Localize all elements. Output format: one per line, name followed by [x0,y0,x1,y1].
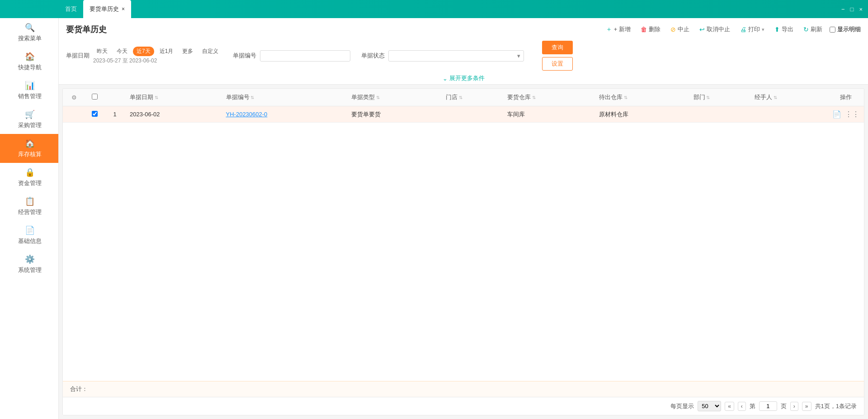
window-maximize[interactable]: □ [850,6,854,13]
expand-label: 展开更多条件 [449,74,485,82]
new-icon: ＋ [606,25,612,33]
col-checkbox-header [85,89,104,106]
quick-nav-icon: 🏠 [25,52,35,62]
row-bill-no-cell[interactable]: YH-20230602-0 [222,106,348,123]
col-store-header[interactable]: 门店 [442,89,504,106]
row-edit-icon[interactable]: 📄 [831,110,842,119]
footer-summary: 合计： [63,381,864,397]
row-more-icon[interactable]: ⋮⋮ [844,110,860,119]
date-range: 2023-05-27 至 2023-06-02 [93,57,222,65]
date-shortcut-custom[interactable]: 自定义 [198,47,222,56]
ops-icon: 📋 [25,196,35,206]
sidebar-item-label-basic-info: 基础信息 [18,237,42,245]
filter-actions: 查询 设置 [542,41,573,71]
filter-area: 单据日期 昨天 今天 近7天 近1月 更多 自定义 2023-05-27 至 2… [66,41,861,84]
col-num-header [104,89,126,106]
main-layout: 🔍 搜索菜单 🏠 快捷导航 📊 销售管理 🛒 采购管理 🏠 库存核算 🔒 资金管… [0,18,868,419]
prev-page-button[interactable]: ‹ [738,402,746,411]
table-row[interactable]: 1 2023-06-02 YH-20230602-0 要货单要货 车间库 原材料… [63,106,864,123]
last-page-button[interactable]: » [802,402,811,411]
date-shortcut-more[interactable]: 更多 [179,47,197,56]
data-table: ⚙ 单据日期 单据编号 单据类型 门店 要货仓库 待出仓库 [63,89,864,123]
new-button[interactable]: ＋ + 新增 [603,24,633,35]
date-shortcut-today[interactable]: 今天 [113,47,131,56]
row-pending-warehouse-cell: 原材料仓库 [595,106,690,123]
sidebar-item-label-purchase: 采购管理 [18,121,42,129]
per-page-select[interactable]: 50 10 20 100 [698,401,721,411]
top-bar: 首页 要货单历史 × − □ × [0,0,868,18]
purchase-icon: 🛒 [25,110,35,119]
sidebar-item-finance[interactable]: 🔒 资金管理 [0,163,58,192]
table-container: ⚙ 单据日期 单据编号 单据类型 门店 要货仓库 待出仓库 [62,88,864,415]
col-pending-warehouse-header[interactable]: 待出仓库 [595,89,690,106]
window-minimize[interactable]: − [841,6,845,13]
date-shortcut-yesterday[interactable]: 昨天 [93,47,111,56]
date-filter-label: 单据日期 [66,52,90,60]
finance-icon: 🔒 [25,167,35,177]
inventory-icon: 🏠 [25,138,35,148]
print-dropdown-icon[interactable]: ▾ [762,27,764,33]
row-checkbox[interactable] [92,111,98,117]
sidebar-item-search-menu[interactable]: 🔍 搜索菜单 [0,18,58,47]
sidebar-item-label-sys-mgmt: 系统管理 [18,266,42,274]
sidebar-item-inventory[interactable]: 🏠 库存核算 [0,134,58,163]
refresh-button[interactable]: ↻ 刷新 [801,24,825,35]
stop-button[interactable]: ⊘ 中止 [668,24,692,35]
content-area: 要货单历史 ＋ + 新增 🗑 删除 ⊘ 中止 ↩ [59,18,868,419]
sidebar-item-sys-mgmt[interactable]: ⚙️ 系统管理 [0,250,58,279]
sidebar-item-sales[interactable]: 📊 销售管理 [0,76,58,105]
col-bill-no-header[interactable]: 单据编号 [222,89,348,106]
tab-close-icon[interactable]: × [122,6,125,12]
table-scroll: ⚙ 单据日期 单据编号 单据类型 门店 要货仓库 待出仓库 [63,89,864,381]
row-checkbox-cell [85,106,104,123]
expand-more-button[interactable]: ⌄ 展开更多条件 [66,71,861,84]
sidebar-item-label-quick-nav: 快捷导航 [18,63,42,71]
next-page-button[interactable]: › [790,402,798,411]
date-shortcut-7days[interactable]: 近7天 [133,47,154,56]
display-detail-checkbox[interactable] [830,27,835,33]
col-req-warehouse-header[interactable]: 要货仓库 [504,89,595,106]
toolbar: ＋ + 新增 🗑 删除 ⊘ 中止 ↩ 取消中止 [603,24,861,35]
col-bill-type-header[interactable]: 单据类型 [348,89,442,106]
display-detail-toggle[interactable]: 显示明细 [830,25,861,33]
sidebar-item-ops[interactable]: 📋 经营管理 [0,192,58,221]
first-page-button[interactable]: « [725,402,734,411]
sales-icon: 📊 [25,81,35,90]
status-select[interactable] [388,50,524,62]
col-settings: ⚙ [63,89,85,106]
select-all-checkbox[interactable] [92,94,98,100]
search-menu-icon: 🔍 [25,23,35,33]
window-close[interactable]: × [859,6,863,13]
delete-icon: 🗑 [641,26,647,33]
filter-group-bill-no: 单据编号 [233,50,350,62]
page-header: 要货单历史 ＋ + 新增 🗑 删除 ⊘ 中止 ↩ [59,18,868,85]
col-department-header[interactable]: 部门 [690,89,751,106]
sidebar-item-purchase[interactable]: 🛒 采购管理 [0,105,58,134]
page-title: 要货单历史 [66,24,107,35]
sidebar-item-label-inventory: 库存核算 [18,150,42,158]
tab-home[interactable]: 首页 [59,0,83,18]
status-label: 单据状态 [361,52,385,60]
export-button[interactable]: ⬆ 导出 [772,24,796,35]
footer-pagination: 每页显示 50 10 20 100 « ‹ 第 页 › » 共1页，1条记录 [63,397,864,415]
date-shortcut-1month[interactable]: 近1月 [156,47,177,56]
sidebar-item-label-sales: 销售管理 [18,92,42,100]
setting-button[interactable]: 设置 [542,57,573,71]
stop-icon: ⊘ [670,26,676,33]
col-ops-header: 操作 [828,89,864,106]
settings-gear-icon[interactable]: ⚙ [71,94,77,101]
print-button[interactable]: 🖨 打印 ▾ [737,24,767,35]
print-icon: 🖨 [740,26,746,33]
query-button[interactable]: 查询 [542,41,573,54]
expand-icon: ⌄ [443,75,448,82]
col-handler-header[interactable]: 经手人 [751,89,828,106]
bill-no-input[interactable] [260,50,350,62]
delete-button[interactable]: 🗑 删除 [638,24,663,35]
col-date-header[interactable]: 单据日期 [126,89,222,106]
bill-no-label: 单据编号 [233,52,256,60]
tab-requisition-history[interactable]: 要货单历史 × [83,0,131,18]
sidebar-item-basic-info[interactable]: 📄 基础信息 [0,221,58,250]
cancel-stop-button[interactable]: ↩ 取消中止 [697,24,733,35]
page-input[interactable] [759,401,777,411]
sidebar-item-quick-nav[interactable]: 🏠 快捷导航 [0,47,58,76]
